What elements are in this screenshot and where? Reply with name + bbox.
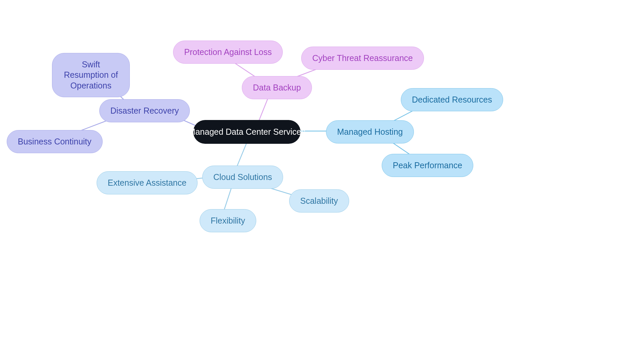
svg-line-3 bbox=[236, 141, 248, 168]
root-node[interactable]: Managed Data Center Services bbox=[193, 120, 301, 144]
node-cloud-solutions[interactable]: Cloud Solutions bbox=[202, 166, 283, 189]
node-label: Cyber Threat Reassurance bbox=[312, 53, 413, 63]
node-data-backup[interactable]: Data Backup bbox=[242, 76, 312, 99]
root-label: Managed Data Center Services bbox=[189, 127, 306, 137]
node-swift-resumption[interactable]: Swift Resumption of Operations bbox=[52, 53, 130, 97]
node-flexibility[interactable]: Flexibility bbox=[200, 209, 256, 232]
node-label: Protection Against Loss bbox=[184, 47, 272, 57]
node-label: Business Continuity bbox=[18, 136, 92, 147]
node-peak-performance[interactable]: Peak Performance bbox=[382, 154, 473, 177]
node-business-continuity[interactable]: Business Continuity bbox=[7, 130, 103, 153]
node-label: Disaster Recovery bbox=[110, 106, 179, 116]
svg-line-10 bbox=[258, 97, 268, 122]
node-label: Swift Resumption of Operations bbox=[63, 59, 119, 91]
node-scalability[interactable]: Scalability bbox=[289, 189, 349, 213]
node-label: Data Backup bbox=[253, 82, 301, 93]
node-dedicated-resources[interactable]: Dedicated Resources bbox=[401, 88, 503, 111]
node-extensive-assistance[interactable]: Extensive Assistance bbox=[97, 171, 198, 194]
node-label: Cloud Solutions bbox=[213, 172, 272, 182]
node-label: Extensive Assistance bbox=[108, 178, 186, 188]
node-managed-hosting[interactable]: Managed Hosting bbox=[326, 120, 414, 143]
node-label: Managed Hosting bbox=[337, 127, 403, 137]
node-label: Peak Performance bbox=[393, 160, 462, 171]
node-protection-loss[interactable]: Protection Against Loss bbox=[173, 41, 283, 64]
node-disaster-recovery[interactable]: Disaster Recovery bbox=[99, 99, 190, 122]
node-cyber-reassurance[interactable]: Cyber Threat Reassurance bbox=[301, 47, 424, 70]
node-label: Dedicated Resources bbox=[412, 95, 492, 105]
svg-line-5 bbox=[224, 188, 231, 211]
node-label: Scalability bbox=[300, 196, 338, 206]
node-label: Flexibility bbox=[211, 216, 245, 226]
